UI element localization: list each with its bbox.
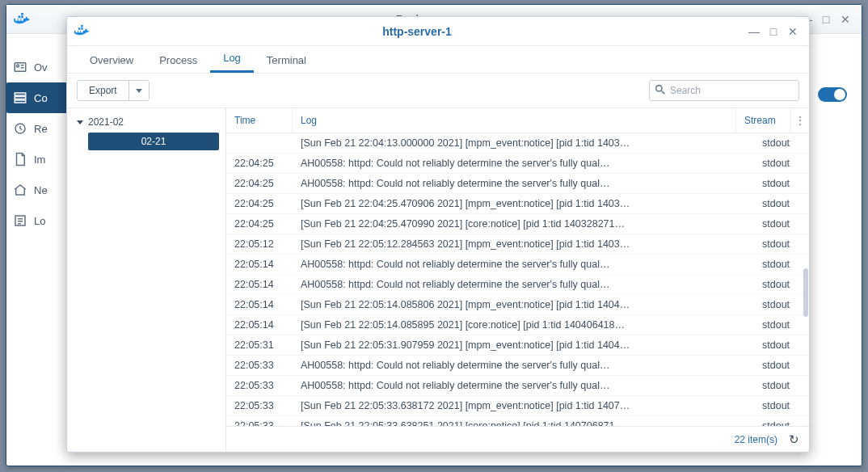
refresh-button[interactable]: ↻ <box>789 432 799 447</box>
cell-time: 22:05:31 <box>226 339 293 351</box>
table-row[interactable]: 22:05:33AH00558: httpd: Could not reliab… <box>226 356 809 376</box>
svg-point-1 <box>17 65 19 67</box>
column-options-button[interactable]: ⋮ <box>791 108 809 133</box>
export-dropdown-button[interactable] <box>129 81 149 100</box>
cell-stream: stdout <box>754 380 809 391</box>
cell-stream: stdout <box>754 279 809 290</box>
cell-time: 22:05:14 <box>226 279 293 290</box>
table-header: Time Log Stream ⋮ <box>226 108 809 133</box>
inner-title: http-server-1 <box>90 25 744 38</box>
sidebar-item-label: Lo <box>34 215 45 227</box>
table-row[interactable]: 22:04:25AH00558: httpd: Could not reliab… <box>226 174 809 194</box>
toolbar: Export <box>67 74 809 108</box>
table-row[interactable]: [Sun Feb 21 22:04:13.000000 2021] [mpm_e… <box>226 133 809 154</box>
svg-rect-5 <box>15 97 26 99</box>
scrollbar[interactable] <box>803 268 808 317</box>
status-bar: 22 item(s) ↻ <box>226 426 809 452</box>
cell-time: 22:04:25 <box>226 158 293 169</box>
cell-log: [Sun Feb 21 22:05:14.085895 2021] [core:… <box>293 319 754 331</box>
cell-time: 22:05:33 <box>226 400 293 411</box>
svg-rect-6 <box>15 100 26 103</box>
sidebar-item-overview[interactable]: Ov <box>6 52 67 82</box>
tree-month-node[interactable]: 2021-02 <box>74 113 219 131</box>
inner-minimize-button[interactable]: — <box>744 22 764 41</box>
table-row[interactable]: 22:05:33[Sun Feb 21 22:05:33.638251 2021… <box>226 416 809 426</box>
tab-log[interactable]: Log <box>210 45 254 73</box>
cell-log: [Sun Feb 21 22:05:12.284563 2021] [mpm_e… <box>293 238 754 250</box>
tree-day-node-active[interactable]: 02-21 <box>88 133 219 150</box>
cell-time: 22:05:14 <box>226 319 293 331</box>
chevron-down-icon <box>77 120 83 124</box>
table-row[interactable]: 22:05:14[Sun Feb 21 22:05:14.085895 2021… <box>226 315 809 335</box>
cell-stream: stdout <box>754 400 809 411</box>
cell-time: 22:05:33 <box>226 420 293 426</box>
table-row[interactable]: 22:04:25AH00558: httpd: Could not reliab… <box>226 154 809 174</box>
table-row[interactable]: 22:05:12[Sun Feb 21 22:05:12.284563 2021… <box>226 234 809 255</box>
sidebar-item-image[interactable]: Im <box>6 144 67 175</box>
outer-close-button[interactable]: ✕ <box>836 10 855 29</box>
sidebar-item-registry[interactable]: Re <box>6 113 67 144</box>
sidebar-item-label: Ne <box>34 184 48 196</box>
cell-stream: stdout <box>754 178 809 189</box>
outer-maximize-button[interactable]: □ <box>816 10 836 29</box>
sidebar-item-network[interactable]: Ne <box>6 175 67 205</box>
svg-line-13 <box>662 91 665 95</box>
cell-log: AH00558: httpd: Could not reliably deter… <box>293 360 754 371</box>
cell-time: 22:04:25 <box>226 178 293 189</box>
col-time[interactable]: Time <box>226 108 293 133</box>
table-row[interactable]: 22:05:31[Sun Feb 21 22:05:31.907959 2021… <box>226 335 809 356</box>
sidebar-item-label: Co <box>34 92 48 104</box>
inner-maximize-button[interactable]: □ <box>764 22 783 41</box>
cell-time: 22:05:33 <box>226 360 293 371</box>
tab-overview[interactable]: Overview <box>77 48 146 73</box>
docker-icon <box>74 25 90 37</box>
tab-process[interactable]: Process <box>146 48 210 73</box>
docker-icon <box>13 13 31 26</box>
table-row[interactable]: 22:05:14AH00558: httpd: Could not reliab… <box>226 275 809 295</box>
table-row[interactable]: 22:05:14[Sun Feb 21 22:05:14.085806 2021… <box>226 295 809 315</box>
inner-titlebar: http-server-1 — □ ✕ <box>67 17 809 46</box>
table-row[interactable]: 22:05:14AH00558: httpd: Could not reliab… <box>226 255 809 275</box>
container-detail-window: http-server-1 — □ ✕ OverviewProcessLogTe… <box>66 16 810 453</box>
col-stream[interactable]: Stream <box>736 108 791 133</box>
sidebar-item-container[interactable]: Co <box>6 82 67 113</box>
cell-stream: stdout <box>754 137 809 149</box>
cell-log: AH00558: httpd: Could not reliably deter… <box>293 158 754 169</box>
tab-terminal[interactable]: Terminal <box>254 48 319 73</box>
log-table: Time Log Stream ⋮ [Sun Feb 21 22:04:13.0… <box>226 108 809 452</box>
cell-log: AH00558: httpd: Could not reliably deter… <box>293 279 754 290</box>
table-row[interactable]: 22:04:25[Sun Feb 21 22:04:25.470906 2021… <box>226 194 809 214</box>
outer-sidebar: OvCoReImNeLo <box>6 44 67 456</box>
cell-stream: stdout <box>754 299 809 310</box>
container-running-toggle[interactable] <box>818 87 847 102</box>
cell-log: [Sun Feb 21 22:04:25.470990 2021] [core:… <box>293 218 754 230</box>
sidebar-item-log[interactable]: Lo <box>6 205 67 236</box>
cell-stream: stdout <box>754 218 809 230</box>
cell-log: [Sun Feb 21 22:04:25.470906 2021] [mpm_e… <box>293 198 754 209</box>
cell-time: 22:04:25 <box>226 218 293 230</box>
cell-stream: stdout <box>754 319 809 331</box>
cell-log: [Sun Feb 21 22:05:14.085806 2021] [mpm_e… <box>293 299 754 310</box>
search-box[interactable] <box>649 80 799 101</box>
search-input[interactable] <box>668 84 794 97</box>
table-row[interactable]: 22:04:25[Sun Feb 21 22:04:25.470990 2021… <box>226 214 809 234</box>
svg-rect-0 <box>15 63 26 72</box>
inner-close-button[interactable]: ✕ <box>783 22 803 41</box>
col-log[interactable]: Log <box>293 108 736 133</box>
export-button[interactable]: Export <box>78 81 129 100</box>
svg-point-12 <box>656 86 662 91</box>
cell-log: [Sun Feb 21 22:05:31.907959 2021] [mpm_e… <box>293 339 754 351</box>
cell-log: [Sun Feb 21 22:04:13.000000 2021] [mpm_e… <box>293 137 754 149</box>
svg-rect-4 <box>15 93 26 95</box>
table-row[interactable]: 22:05:33AH00558: httpd: Could not reliab… <box>226 376 809 396</box>
cell-log: AH00558: httpd: Could not reliably deter… <box>293 259 754 270</box>
cell-time: 22:05:14 <box>226 259 293 270</box>
cell-log: [Sun Feb 21 22:05:33.638251 2021] [core:… <box>293 420 754 426</box>
cell-stream: stdout <box>754 238 809 250</box>
chevron-down-icon <box>136 89 142 93</box>
cell-time: 22:05:12 <box>226 238 293 250</box>
table-body[interactable]: [Sun Feb 21 22:04:13.000000 2021] [mpm_e… <box>226 133 809 426</box>
cell-stream: stdout <box>754 259 809 270</box>
table-row[interactable]: 22:05:33[Sun Feb 21 22:05:33.638172 2021… <box>226 396 809 416</box>
sidebar-item-label: Im <box>34 154 45 166</box>
